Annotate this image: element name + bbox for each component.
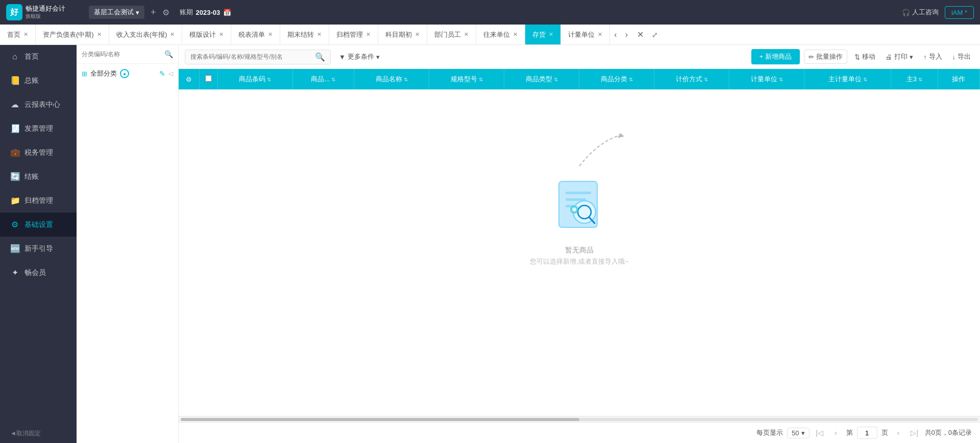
tab-income[interactable]: 收入支出表(年报) ✕ — [109, 25, 183, 44]
move-btn[interactable]: ⇅ 移动 — [851, 50, 878, 63]
sort-code-icon[interactable]: ⇅ — [331, 77, 335, 82]
move-icon: ⇅ — [854, 53, 860, 61]
tab-archive[interactable]: 归档管理 ✕ — [329, 25, 378, 44]
product-search-icon[interactable]: 🔍 — [315, 52, 325, 62]
sidebar-item-member[interactable]: ✦ 畅会员 — [0, 261, 77, 285]
sidebar: ⌂ 首页 📒 总账 ☁ 云报表中心 🧾 发票管理 💼 税务管理 🔄 结账 📁 归… — [0, 45, 77, 443]
company-selector[interactable]: 基层工会测试 ▾ — [89, 6, 144, 19]
tab-subject-label: 科目期初 — [385, 30, 412, 39]
filter-icon: ▼ — [339, 53, 346, 61]
plus-icon[interactable]: + — [151, 7, 156, 18]
tab-balance-close[interactable]: ✕ — [97, 31, 102, 38]
tab-prev-btn[interactable]: ‹ — [610, 25, 621, 44]
tab-unit[interactable]: 计量单位 ✕ — [561, 25, 610, 44]
page-next-btn[interactable]: › — [892, 427, 904, 439]
tab-close-all-btn[interactable]: ✕ — [632, 25, 649, 44]
page-first-btn[interactable]: |◁ — [814, 427, 826, 439]
sort-unit-icon[interactable]: ⇅ — [779, 77, 783, 82]
total-label: 共0页，0条记录 — [925, 428, 972, 437]
tab-inventory-close[interactable]: ✕ — [549, 31, 553, 38]
sort-spec-icon[interactable]: ⇅ — [479, 77, 483, 82]
category-edit-btn[interactable]: ✎ — [159, 69, 165, 78]
consult-btn[interactable]: 🎧 人工咨询 — [902, 8, 939, 17]
tab-unit-close[interactable]: ✕ — [598, 31, 602, 38]
sidebar-item-invoice[interactable]: 🧾 发票管理 — [0, 116, 77, 141]
tab-tax-close[interactable]: ✕ — [268, 31, 273, 38]
sidebar-item-archive[interactable]: 📁 归档管理 — [0, 189, 77, 213]
page-prev-btn[interactable]: ‹ — [830, 427, 842, 439]
tab-expand-btn[interactable]: ⤢ — [649, 25, 661, 44]
top-header: 好 畅捷通好会计 旗舰版 基层工会测试 ▾ + ⚙ 账期 2023-03 📅 🎧… — [0, 0, 980, 25]
page-input[interactable] — [857, 427, 877, 439]
th-price-method-label: 计价方式 — [676, 75, 702, 84]
tab-inventory[interactable]: 存货 ✕ — [525, 25, 561, 44]
content-area: 🔍 ⊞ 全部分类 ● ✎ ◁ 🔍 — [77, 45, 980, 443]
header-right: 🎧 人工咨询 iAM * — [902, 6, 974, 19]
sidebar-item-closing[interactable]: 🔄 结账 — [0, 165, 77, 189]
sidebar-item-home[interactable]: ⌂ 首页 — [0, 45, 77, 68]
tab-partner-close[interactable]: ✕ — [513, 31, 518, 38]
sidebar-item-ledger[interactable]: 📒 总账 — [0, 68, 77, 92]
filter-btn[interactable]: ▼ 更多条件 ▾ — [335, 50, 384, 63]
add-product-btn[interactable]: + 新增商品 — [751, 49, 800, 64]
sidebar-item-report[interactable]: ☁ 云报表中心 — [0, 92, 77, 116]
export-btn[interactable]: ↓ 导出 — [949, 50, 974, 63]
tab-department[interactable]: 部门员工 ✕ — [427, 25, 476, 44]
sidebar-unpin-btn[interactable]: ◄取消固定 — [0, 424, 77, 443]
page-last-btn[interactable]: ▷| — [909, 427, 921, 439]
pagination-row: 每页显示 50 ▾ |◁ ‹ 第 页 › ▷| 共0页，0条记录 — [179, 422, 980, 443]
tab-period-end-close[interactable]: ✕ — [317, 31, 322, 38]
archive-icon: 📁 — [10, 196, 19, 205]
move-label: 移动 — [862, 52, 875, 61]
sidebar-ledger-label: 总账 — [24, 76, 39, 85]
collapse-btn[interactable]: ◁ — [168, 70, 173, 77]
product-search-input[interactable] — [190, 53, 313, 60]
tab-partner[interactable]: 往来单位 ✕ — [476, 25, 525, 44]
tab-tax[interactable]: 税表清单 ✕ — [231, 25, 280, 44]
period-label: 账期 — [180, 8, 193, 17]
tab-next-btn[interactable]: › — [621, 25, 632, 44]
tab-template-close[interactable]: ✕ — [219, 31, 224, 38]
print-btn[interactable]: 🖨 打印 ▾ — [883, 50, 916, 63]
import-btn[interactable]: ↑ 导入 — [920, 50, 945, 63]
th-name-label: 商品名称 — [376, 75, 402, 84]
tab-subject-close[interactable]: ✕ — [415, 31, 420, 38]
select-all-checkbox[interactable] — [205, 75, 212, 82]
tab-department-close[interactable]: ✕ — [464, 31, 469, 38]
settings-icon[interactable]: ⚙ — [162, 8, 169, 17]
tab-home-close[interactable]: ✕ — [23, 31, 28, 38]
tab-template[interactable]: 模版设计 ✕ — [182, 25, 231, 44]
tab-balance[interactable]: 资产负债表(中期) ✕ — [36, 25, 109, 44]
sort-col3-icon[interactable]: ⇅ — [918, 77, 922, 82]
per-page-select[interactable]: 50 ▾ — [787, 428, 809, 438]
tab-archive-close[interactable]: ✕ — [366, 31, 371, 38]
category-circle-icon: ● — [120, 69, 129, 78]
kuaiji-btn[interactable]: iAM * — [945, 6, 974, 19]
scroll-thumb[interactable] — [181, 418, 579, 421]
sort-price-icon[interactable]: ⇅ — [704, 77, 708, 82]
batch-btn[interactable]: ✏ 批量操作 — [804, 50, 847, 64]
horizontal-scrollbar[interactable] — [179, 416, 980, 422]
scroll-track[interactable] — [181, 418, 978, 421]
toolbar-row: 🔍 ▼ 更多条件 ▾ + 新增商品 ✏ 批量操作 — [179, 45, 980, 69]
sort-barcode-icon[interactable]: ⇅ — [267, 77, 271, 82]
closing-icon: 🔄 — [10, 172, 19, 181]
category-search-icon[interactable]: 🔍 — [164, 50, 173, 58]
sort-type-icon[interactable]: ⇅ — [554, 77, 558, 82]
calendar-icon[interactable]: 📅 — [223, 9, 231, 16]
th-checkbox[interactable] — [199, 69, 217, 89]
product-search-bar: 🔍 — [185, 50, 331, 64]
tab-income-close[interactable]: ✕ — [170, 31, 175, 38]
tab-home[interactable]: 首页 ✕ — [0, 25, 36, 44]
tab-period-end[interactable]: 期末结转 ✕ — [280, 25, 329, 44]
sort-category-icon[interactable]: ⇅ — [629, 77, 633, 82]
th-gear[interactable]: ⚙ — [179, 69, 199, 89]
category-header[interactable]: ⊞ 全部分类 ● ✎ ◁ — [77, 64, 178, 83]
sort-name-icon[interactable]: ⇅ — [404, 77, 408, 82]
sidebar-item-tax[interactable]: 💼 税务管理 — [0, 141, 77, 165]
tab-subject[interactable]: 科目期初 ✕ — [378, 25, 427, 44]
sort-main-unit-icon[interactable]: ⇅ — [863, 77, 867, 82]
sidebar-item-guide[interactable]: 🆕 新手引导 — [0, 237, 77, 261]
sidebar-item-settings[interactable]: ⚙ 基础设置 — [0, 213, 77, 237]
category-search-input[interactable] — [82, 51, 162, 58]
